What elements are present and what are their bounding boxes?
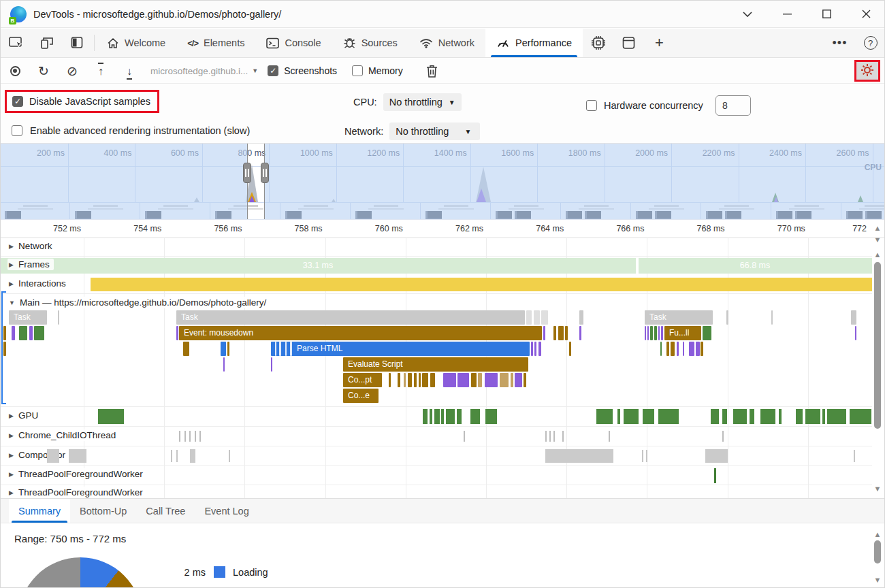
scroll-up-icon[interactable]: ▲: [874, 223, 882, 234]
gpu-activity-bar[interactable]: [470, 409, 480, 424]
flame-bar[interactable]: [851, 310, 856, 325]
tab-sources[interactable]: Sources: [332, 29, 408, 57]
screenshots-label[interactable]: Screenshots: [284, 65, 337, 76]
flame-bar[interactable]: [478, 373, 482, 387]
flame-bar[interactable]: [183, 342, 189, 356]
gpu-activity-bar[interactable]: [423, 409, 428, 424]
gpu-activity-bar[interactable]: [722, 409, 727, 424]
hardware-concurrency-label[interactable]: Hardware concurrency: [604, 100, 703, 111]
tab-summary[interactable]: Summary: [9, 499, 70, 523]
flame-bar[interactable]: [34, 326, 44, 340]
flame-bar[interactable]: [531, 342, 533, 356]
tab-performance[interactable]: Performance: [485, 29, 583, 57]
flame-bar[interactable]: [485, 373, 498, 387]
memory-label[interactable]: Memory: [368, 65, 403, 76]
flame-bar-fu-ll[interactable]: Fu...ll: [664, 326, 701, 340]
flame-bar[interactable]: [538, 342, 541, 356]
dock-side-icon[interactable]: [62, 29, 93, 57]
track-worker-2[interactable]: ▶ThreadPoolForegroundWorker: [1, 485, 872, 498]
trash-icon[interactable]: [418, 59, 447, 82]
tab-elements[interactable]: </> Elements: [176, 29, 255, 57]
flame-bar[interactable]: [443, 373, 456, 387]
compositor-block[interactable]: [190, 449, 195, 463]
collapse-arrow-icon[interactable]: ▶: [9, 243, 14, 250]
compositor-block[interactable]: [47, 449, 59, 463]
flame-bar[interactable]: [408, 373, 412, 387]
flame-bar[interactable]: [471, 373, 477, 387]
flame-bar[interactable]: [176, 326, 178, 340]
scroll-down-icon[interactable]: ▼: [874, 483, 882, 495]
flame-bar[interactable]: [404, 373, 406, 387]
advanced-rendering-checkbox[interactable]: [12, 125, 22, 136]
flame-bar[interactable]: [221, 342, 226, 356]
collapse-arrow-icon[interactable]: ▶: [9, 412, 14, 419]
tab-console[interactable]: Console: [255, 29, 332, 57]
collapse-arrow-icon[interactable]: ▶: [9, 432, 14, 439]
scroll-down-icon[interactable]: ▼: [874, 574, 882, 586]
flame-bar[interactable]: [389, 373, 391, 387]
flame-bar[interactable]: [285, 342, 287, 356]
gpu-activity-bar[interactable]: [822, 409, 825, 424]
interaction-bar[interactable]: [91, 278, 872, 291]
flame-bar-task[interactable]: Task: [176, 310, 525, 325]
record-button[interactable]: [1, 59, 29, 82]
scroll-up-icon[interactable]: ▲: [874, 246, 882, 261]
flame-bar[interactable]: [661, 326, 663, 340]
gpu-activity-bar[interactable]: [750, 409, 754, 424]
flame-bar[interactable]: [553, 326, 556, 340]
flame-bar[interactable]: [855, 326, 856, 340]
gpu-activity-bar[interactable]: [98, 409, 124, 424]
gpu-activity-bar[interactable]: [434, 409, 440, 424]
hardware-concurrency-input[interactable]: 8: [715, 95, 751, 116]
inspect-element-icon[interactable]: [1, 29, 31, 57]
flame-bar[interactable]: [579, 326, 581, 340]
flame-bar[interactable]: [645, 326, 646, 340]
flame-bar[interactable]: [543, 326, 545, 340]
flame-bar[interactable]: [58, 310, 59, 325]
flame-bar[interactable]: [524, 373, 526, 387]
timeline-overview[interactable]: CPU NET 200 ms400 ms600 ms800 ms1000 ms1…: [1, 144, 885, 220]
screenshots-checkbox[interactable]: ✓: [268, 65, 278, 76]
flame-bar[interactable]: [19, 326, 27, 340]
flame-bar-task[interactable]: Task: [645, 310, 713, 325]
flame-bar[interactable]: [541, 310, 548, 325]
flame-bar[interactable]: [271, 357, 272, 372]
gpu-activity-bar[interactable]: [827, 409, 846, 424]
hardware-concurrency-checkbox[interactable]: [586, 100, 597, 111]
maximize-button[interactable]: [807, 1, 846, 27]
flame-bar[interactable]: [771, 310, 773, 325]
gpu-activity-bar[interactable]: [796, 409, 803, 424]
scroll-down-icon[interactable]: ▼: [874, 234, 882, 246]
flame-bar[interactable]: [650, 326, 653, 340]
flame-bar[interactable]: [275, 342, 276, 356]
collapse-arrow-icon[interactable]: ▶: [9, 489, 14, 496]
close-button[interactable]: [846, 1, 885, 27]
track-network[interactable]: ▶Network: [1, 238, 872, 257]
expand-arrow-icon[interactable]: ▼: [9, 299, 15, 306]
gpu-activity-bar[interactable]: [430, 409, 432, 424]
profile-url-selector[interactable]: microsoftedge.github.i...: [150, 66, 248, 76]
collapse-arrow-icon[interactable]: ▶: [9, 261, 14, 268]
tab-call-tree[interactable]: Call Tree: [136, 499, 195, 523]
flame-bar[interactable]: [671, 342, 675, 356]
more-tools-plus-icon[interactable]: +: [644, 29, 675, 57]
selection-window-handle[interactable]: [243, 163, 251, 183]
track-chrome-childiothread[interactable]: ▶Chrome_ChildIOThread: [1, 426, 872, 446]
chevron-down-icon[interactable]: ▼: [252, 67, 258, 74]
gpu-activity-bar[interactable]: [850, 409, 871, 424]
flame-bar[interactable]: [422, 373, 428, 387]
flame-bar[interactable]: [558, 326, 564, 340]
gpu-activity-bar[interactable]: [624, 409, 639, 424]
flame-bar[interactable]: [658, 326, 660, 340]
flame-bar[interactable]: [565, 326, 568, 340]
flame-bar-co-e[interactable]: Co...e: [343, 389, 379, 403]
flame-bar-event-mousedown[interactable]: Event: mousedown: [179, 326, 542, 340]
flame-bar[interactable]: [660, 342, 662, 356]
gpu-activity-bar[interactable]: [441, 409, 444, 424]
flame-bar[interactable]: [683, 342, 684, 356]
flame-bar[interactable]: [703, 326, 711, 340]
flame-bar[interactable]: [654, 326, 657, 340]
track-frames[interactable]: 33.1 ms 66.8 ms ▶Frames: [1, 257, 872, 275]
flame-bar[interactable]: [647, 326, 649, 340]
compositor-block[interactable]: [545, 449, 613, 463]
